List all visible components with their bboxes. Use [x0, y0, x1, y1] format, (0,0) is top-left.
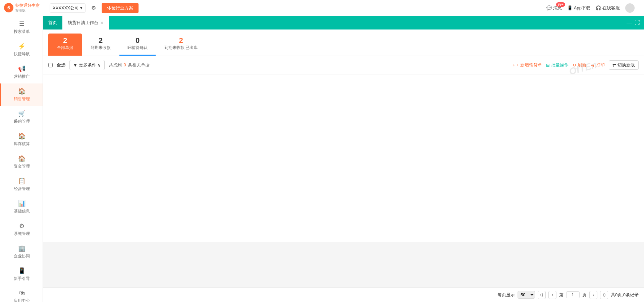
refresh-icon: ↻: [573, 63, 576, 68]
base-icon: 📊: [18, 200, 25, 207]
message-badge: 99+: [556, 2, 565, 7]
filter-icon: ▼: [73, 63, 77, 68]
stat-tab-all[interactable]: 2 全部单据: [48, 34, 82, 56]
sidebar-item-apps[interactable]: 🛍 应用中心: [0, 286, 43, 302]
sidebar-label-finance: 资金管理: [14, 164, 30, 169]
sidebar-item-marketing[interactable]: 📢 营销推广: [0, 61, 43, 83]
batch-operation-button[interactable]: ⊞ 批量操作: [546, 62, 569, 68]
sidebar-item-sales[interactable]: 🏠 销售管理: [0, 83, 43, 106]
batch-icon: ⊞: [546, 63, 550, 68]
sidebar-item-enterprise[interactable]: 🏢 企业协同: [0, 241, 43, 263]
stat-label-shipped: 到期未收款 已出库: [164, 45, 198, 51]
finance-icon: 🏠: [18, 155, 25, 162]
last-page-button[interactable]: ⟩⟩: [600, 291, 608, 299]
toolbar-right: + + 新增销货单 ⊞ 批量操作 ↻ 刷新 🖨 打印 ⇄ 切换新版: [513, 60, 639, 70]
sidebar-item-finance[interactable]: 🏠 资金管理: [0, 151, 43, 173]
switch-version-button[interactable]: ⇄ 切换新版: [609, 60, 639, 70]
next-page-icon: ›: [593, 292, 594, 297]
tab-home[interactable]: 首页: [43, 16, 62, 29]
sidebar-item-quick[interactable]: ⚡ 快捷导航: [0, 39, 43, 61]
message-icon: 💬: [546, 5, 552, 10]
prev-page-button[interactable]: ‹: [548, 291, 556, 299]
header-right: 💬 消息 99+ 📱 App下载 🎧 在线客服: [546, 3, 640, 13]
page-suffix: 页: [582, 292, 587, 298]
message-button[interactable]: 💬 消息 99+: [546, 5, 562, 11]
stat-tab-shipped[interactable]: 2 到期未收款 已出库: [156, 34, 206, 56]
online-service-button[interactable]: 🎧 在线客服: [596, 5, 620, 11]
window-maximize-icon[interactable]: ⛶: [635, 20, 640, 26]
stat-num-shipped: 2: [179, 36, 183, 45]
app-download-button[interactable]: 📱 App下载: [567, 5, 590, 11]
tab-home-label: 首页: [48, 20, 57, 26]
sidebar-label-sales: 销售管理: [14, 96, 30, 102]
toolbar: 全选 ▼ 更多条件 ∨ 共找到 0 条相关单据 + + 新增销货单 ⊞ 批量操作: [43, 56, 644, 74]
stat-label-all: 全部单据: [57, 45, 73, 51]
sidebar-label-apps: 应用中心: [14, 298, 30, 302]
add-icon: +: [513, 63, 515, 68]
sidebar-item-inventory[interactable]: 🏠 库存核算: [0, 128, 43, 151]
pagination-footer: 每页显示 50 100 200 ⟨⟨ ‹ 第 页 › ⟩⟩ 共0页,0条记录: [43, 287, 644, 302]
stat-tab-pending[interactable]: 0 旺辅待确认: [119, 34, 156, 56]
refresh-label: 刷新: [578, 62, 586, 68]
sidebar-item-purchase[interactable]: 🛒 采购管理: [0, 106, 43, 128]
table-area: [43, 74, 644, 242]
sidebar-item-operation[interactable]: 📋 经营管理: [0, 173, 43, 196]
first-page-icon: ⟨⟨: [540, 292, 543, 297]
stat-tab-overdue[interactable]: 2 到期未收款: [83, 34, 119, 56]
page-number-input[interactable]: [566, 291, 580, 298]
found-num: 0: [124, 62, 126, 67]
tab-close-icon[interactable]: ✕: [100, 20, 104, 25]
apps-icon: 🛍: [19, 290, 25, 297]
settings-button[interactable]: ⚙: [88, 3, 99, 13]
last-page-icon: ⟩⟩: [602, 292, 606, 297]
sidebar-item-base[interactable]: 📊 基础信息: [0, 196, 43, 218]
next-page-button[interactable]: ›: [589, 291, 597, 299]
select-all-label: 全选: [57, 62, 65, 68]
quick-nav-icon: ⚡: [18, 43, 25, 50]
sidebar: ☰ 搜索菜单 ⚡ 快捷导航 📢 营销推广 🏠 销售管理 🛒 采购管理 🏠 库存核…: [0, 16, 43, 302]
stat-num-all: 2: [63, 36, 67, 45]
refresh-button[interactable]: ↻ 刷新: [573, 62, 586, 68]
sidebar-label-enterprise: 企业协同: [14, 253, 30, 259]
main-content: 2 全部单据 2 到期未收款 0 旺辅待确认 2 到期未收款 已出库 全选 ▼ …: [43, 29, 644, 302]
sidebar-label-quick: 快捷导航: [14, 51, 30, 57]
stat-label-overdue: 到期未收款: [91, 45, 111, 51]
sidebar-item-search[interactable]: ☰ 搜索菜单: [0, 16, 43, 39]
prev-page-icon: ‹: [552, 292, 553, 297]
print-label: 打印: [596, 62, 605, 68]
logo-text: 畅捷通好生意: [15, 3, 40, 8]
first-page-button[interactable]: ⟨⟨: [538, 291, 546, 299]
tab-workbench[interactable]: 钱货日清工作台 ✕: [62, 16, 109, 29]
company-selector[interactable]: XXXXXX公司 ▾: [50, 3, 86, 13]
gear-icon: ⚙: [91, 5, 96, 11]
filter-button[interactable]: ▼ 更多条件 ∨: [69, 60, 105, 70]
inventory-icon: 🏠: [18, 132, 25, 140]
sidebar-label-purchase: 采购管理: [14, 119, 30, 124]
stat-num-overdue: 2: [99, 36, 103, 45]
chevron-icon: ∨: [98, 63, 101, 68]
guide-icon: 📱: [18, 267, 25, 275]
select-all-checkbox[interactable]: [48, 63, 53, 67]
sidebar-label-operation: 经营管理: [14, 186, 30, 192]
found-unit: 条相关单据: [128, 62, 150, 67]
chevron-down-icon: ▾: [80, 5, 83, 10]
add-sale-button[interactable]: + + 新增销货单: [513, 62, 542, 68]
per-page-select[interactable]: 50 100 200: [518, 291, 535, 299]
service-label: 在线客服: [602, 5, 620, 11]
total-count: 共0页,0条记录: [611, 292, 639, 298]
sidebar-label-inventory: 库存核算: [14, 141, 30, 147]
batch-label: 批量操作: [551, 62, 569, 68]
system-icon: ⚙: [19, 222, 24, 230]
stat-label-pending: 旺辅待确认: [127, 45, 148, 51]
stats-tabs: 2 全部单据 2 到期未收款 0 旺辅待确认 2 到期未收款 已出库: [43, 29, 644, 56]
print-button[interactable]: 🖨 打印: [590, 62, 605, 68]
sidebar-item-system[interactable]: ⚙ 系统管理: [0, 218, 43, 241]
window-minimize-icon[interactable]: —: [627, 20, 632, 26]
switch-icon: ⇄: [612, 63, 616, 68]
per-page-label: 每页显示: [497, 292, 515, 298]
logo-sub: 标准版: [15, 8, 40, 13]
experience-button[interactable]: 体验行业方案: [102, 3, 139, 13]
avatar[interactable]: [625, 3, 635, 13]
enterprise-icon: 🏢: [18, 245, 25, 252]
sidebar-item-guide[interactable]: 📱 新手引导: [0, 263, 43, 286]
